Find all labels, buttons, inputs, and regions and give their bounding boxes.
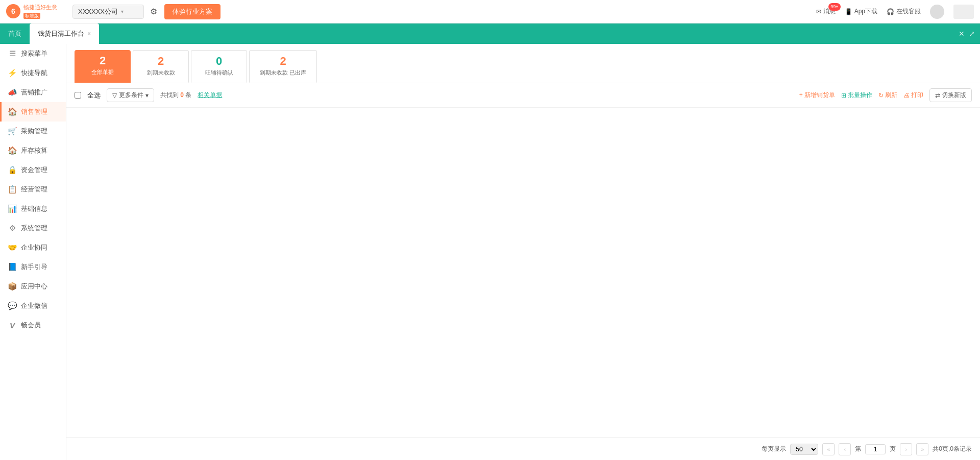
app-name: 畅捷通好生意: [23, 4, 57, 11]
stat-num-all: 2: [100, 54, 106, 67]
toolbar-right: + 新增销货单 ⊞ 批量操作 ↻ 刷新 🖨 打印 ⇄ 切换新版: [799, 88, 972, 102]
sidebar-item-sys-mgmt[interactable]: ⚙ 系统管理: [0, 219, 66, 238]
stat-label-wangfu: 旺辅待确认: [205, 69, 233, 77]
enterprise-icon: 🤝: [8, 243, 17, 252]
tab-home-label: 首页: [8, 29, 21, 38]
sales-mgmt-icon: 🏠: [8, 107, 17, 116]
stat-num-overdue-shipped: 2: [280, 55, 286, 68]
stat-label-overdue: 到期未收款: [147, 69, 175, 77]
switch-version-button[interactable]: ⇄ 切换新版: [929, 88, 972, 102]
message-icon: ✉: [816, 8, 821, 15]
page-last-button[interactable]: »: [916, 443, 928, 455]
sidebar-item-biz-mgmt[interactable]: 📋 经营管理: [0, 180, 66, 199]
inventory-icon: 🏠: [8, 146, 17, 155]
member-icon: V: [8, 321, 17, 330]
refresh-button[interactable]: ↻ 刷新: [878, 91, 897, 100]
marketing-icon: 📣: [8, 88, 17, 97]
print-label: 打印: [911, 91, 923, 100]
logo-area: 6 畅捷通好生意 标准版: [6, 4, 72, 19]
sidebar-item-enterprise[interactable]: 🤝 企业协同: [0, 238, 66, 257]
window-maximize-button[interactable]: ⤢: [969, 30, 975, 38]
print-button[interactable]: 🖨 打印: [903, 91, 923, 100]
tab-workbench[interactable]: 钱货日清工作台 ×: [30, 23, 99, 44]
settings-button[interactable]: ⚙: [148, 5, 159, 18]
print-icon: 🖨: [903, 92, 910, 99]
more-conditions-button[interactable]: ▽ 更多条件 ▾: [107, 88, 154, 102]
nav-tabs-bar: 首页 钱货日清工作台 × ✕ ⤢: [0, 23, 980, 44]
sidebar-item-quick-nav[interactable]: ⚡ 快捷导航: [0, 63, 66, 83]
batch-icon: ⊞: [841, 92, 846, 99]
sidebar-item-sales-mgmt[interactable]: 🏠 销售管理: [0, 102, 66, 122]
tab-home[interactable]: 首页: [0, 23, 30, 44]
page-size-label: 每页显示: [762, 445, 786, 453]
select-all-label: 全选: [87, 91, 101, 100]
stat-tab-all[interactable]: 2 全部单据: [75, 50, 131, 83]
page-prev-button[interactable]: ‹: [839, 443, 851, 455]
fund-mgmt-icon: 🔒: [8, 165, 17, 175]
pagination: 每页显示 50 20 100 « ‹ 第 页 › » 共0页,0条记录: [66, 438, 980, 460]
sidebar-label-biz-mgmt: 经营管理: [21, 185, 47, 194]
download-icon: 📱: [845, 8, 852, 15]
sidebar-item-member[interactable]: V 畅会员: [0, 316, 66, 335]
window-close-button[interactable]: ✕: [959, 30, 965, 38]
stat-tab-wangfu[interactable]: 0 旺辅待确认: [191, 50, 247, 83]
sidebar-label-enterprise: 企业协同: [21, 243, 47, 252]
add-sale-order-button[interactable]: + 新增销货单: [799, 91, 835, 100]
sidebar-item-weixin[interactable]: 💬 企业微信: [0, 296, 66, 316]
sidebar-item-fund-mgmt[interactable]: 🔒 资金管理: [0, 160, 66, 180]
stat-num-overdue: 2: [158, 55, 164, 68]
sidebar-item-basic-info[interactable]: 📊 基础信息: [0, 199, 66, 219]
basic-info-icon: 📊: [8, 204, 17, 213]
page-size-select[interactable]: 50 20 100: [790, 444, 818, 455]
message-button[interactable]: ✉ 消息 99+: [816, 7, 836, 16]
sidebar-label-inventory: 库存核算: [21, 146, 47, 155]
stat-label-overdue-shipped: 到期未收款 已出库: [260, 69, 306, 77]
user-name-area: [953, 5, 974, 19]
company-selector[interactable]: XXXXXX公司 ▾: [72, 5, 144, 19]
weixin-icon: 💬: [8, 301, 17, 310]
batch-operations-button[interactable]: ⊞ 批量操作: [841, 91, 872, 100]
sidebar-item-purchase-mgmt[interactable]: 🛒 采购管理: [0, 122, 66, 141]
trial-button[interactable]: 体验行业方案: [164, 4, 220, 19]
refresh-icon: ↻: [878, 92, 884, 99]
sidebar-item-search-menu[interactable]: ☰ 搜索菜单: [0, 44, 66, 63]
sidebar-item-inventory[interactable]: 🏠 库存核算: [0, 141, 66, 160]
found-count: 0: [180, 91, 184, 99]
avatar[interactable]: [930, 5, 944, 19]
sidebar-item-beginner[interactable]: 📘 新手引导: [0, 257, 66, 277]
chevron-down-icon: ▾: [121, 9, 124, 14]
app-download-button[interactable]: 📱 App下载: [845, 7, 877, 16]
stats-tabs: 2 全部单据 2 到期未收款 0 旺辅待确认 2 到期未收款 已出库: [66, 44, 980, 83]
page-unit: 页: [890, 445, 896, 453]
batch-label: 批量操作: [848, 91, 872, 100]
sidebar-item-marketing[interactable]: 📣 营销推广: [0, 83, 66, 102]
select-all-checkbox[interactable]: [75, 92, 81, 99]
tab-close-icon[interactable]: ×: [87, 30, 91, 37]
app-logo-icon: 6: [6, 4, 20, 18]
toolbar: 全选 ▽ 更多条件 ▾ 共找到 0 条 相关单据 + 新增销货单 ⊞ 批量操作 …: [66, 83, 980, 108]
main-content: 2 全部单据 2 到期未收款 0 旺辅待确认 2 到期未收款 已出库 全选 ▽ …: [66, 44, 980, 460]
page-next-button[interactable]: ›: [900, 443, 912, 455]
quick-nav-icon: ⚡: [8, 68, 17, 78]
stat-num-wangfu: 0: [216, 55, 222, 68]
sidebar-label-purchase-mgmt: 采购管理: [21, 127, 47, 136]
sidebar-label-sys-mgmt: 系统管理: [21, 224, 47, 233]
stat-tab-overdue-shipped[interactable]: 2 到期未收款 已出库: [249, 50, 317, 83]
search-menu-icon: ☰: [8, 49, 17, 58]
total-text: 共0页,0条记录: [933, 445, 972, 453]
tab-workbench-label: 钱货日清工作台: [38, 29, 84, 38]
sidebar-item-app-center[interactable]: 📦 应用中心: [0, 277, 66, 296]
nav-right-actions: ✕ ⤢: [959, 30, 980, 38]
sidebar-label-fund-mgmt: 资金管理: [21, 165, 47, 175]
sidebar-label-search-menu: 搜索菜单: [21, 49, 47, 58]
sidebar-label-beginner: 新手引导: [21, 262, 47, 272]
stat-tab-overdue[interactable]: 2 到期未收款: [133, 50, 189, 83]
page-first-button[interactable]: «: [822, 443, 835, 455]
page-number-input[interactable]: [865, 444, 886, 454]
related-link[interactable]: 相关单据: [198, 91, 222, 100]
app-body: ☰ 搜索菜单 ⚡ 快捷导航 📣 营销推广 🏠 销售管理 🛒 采购管理 🏠 库存核…: [0, 44, 980, 460]
chevron-down-icon: ▾: [145, 92, 149, 99]
online-service-button[interactable]: 🎧 在线客服: [887, 7, 921, 16]
table-area: [66, 108, 980, 438]
sidebar-label-weixin: 企业微信: [21, 301, 47, 310]
